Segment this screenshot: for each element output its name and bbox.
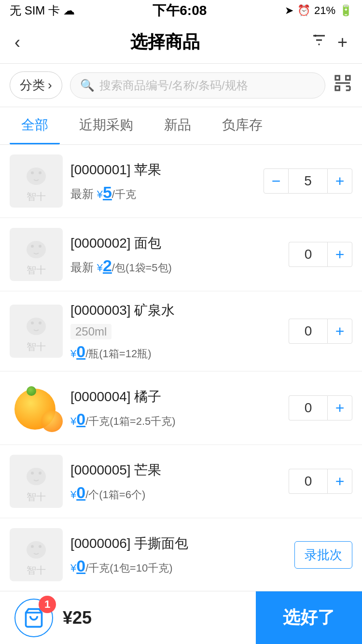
- svg-point-24: [31, 322, 34, 324]
- increase-button[interactable]: +: [327, 469, 352, 494]
- battery-icon: 🔋: [339, 4, 352, 17]
- status-time: 下午6:08: [153, 1, 207, 20]
- tab-new[interactable]: 新品: [153, 107, 203, 144]
- quantity-input[interactable]: [289, 469, 327, 494]
- search-icon: 🔍: [80, 79, 95, 92]
- product-image: [10, 381, 63, 434]
- svg-rect-5: [346, 76, 350, 80]
- placeholder-logo: 智十: [22, 533, 51, 577]
- quantity-control: − +: [264, 168, 352, 194]
- list-item: 智十 [0000005] 芒果 ¥0/个(1箱=6个) +: [0, 445, 362, 518]
- nav-right: +: [310, 31, 348, 53]
- svg-point-16: [27, 241, 46, 258]
- add-button[interactable]: +: [337, 32, 348, 53]
- confirm-button[interactable]: 选好了: [256, 591, 362, 644]
- scan-button[interactable]: [333, 73, 352, 97]
- product-price: ¥0/千克(1包=10千克): [70, 557, 287, 575]
- product-price: ¥0/个(1箱=6个): [70, 483, 281, 502]
- status-left: 无 SIM 卡 ☁: [10, 3, 75, 18]
- product-name: [0000002] 面包: [70, 234, 281, 252]
- product-price: ¥0/瓶(1箱=12瓶): [70, 342, 281, 361]
- svg-point-35: [39, 545, 42, 548]
- product-image: 智十: [10, 154, 63, 208]
- quantity-control: +: [289, 395, 352, 420]
- product-info: [0000006] 手撕面包 ¥0/千克(1包=10千克): [70, 534, 287, 575]
- increase-button[interactable]: +: [327, 395, 352, 420]
- search-placeholder: 搜索商品编号/名称/条码/规格: [99, 78, 248, 93]
- svg-point-11: [27, 168, 46, 185]
- product-image: 智十: [10, 455, 63, 508]
- alarm-icon: ⏰: [297, 4, 310, 17]
- cart-badge: 1: [39, 596, 56, 613]
- batch-button[interactable]: 录批次: [294, 541, 352, 569]
- svg-point-34: [31, 545, 34, 548]
- nav-bar: ‹ 选择商品 +: [0, 21, 362, 64]
- list-item: 智十 [0000001] 苹果 最新 ¥5/千克 − +: [0, 145, 362, 217]
- svg-point-15: [39, 171, 42, 174]
- cart-total: ¥25: [63, 608, 92, 628]
- product-name: [0000003] 矿泉水: [70, 301, 281, 320]
- svg-point-30: [39, 472, 42, 475]
- back-button[interactable]: ‹: [14, 32, 20, 53]
- quantity-input[interactable]: [289, 319, 327, 344]
- category-arrow: ›: [48, 78, 52, 93]
- product-image: 智十: [10, 228, 63, 281]
- list-item: [0000004] 橘子 ¥0/千克(1箱=2.5千克) +: [0, 372, 362, 444]
- svg-point-26: [27, 468, 46, 485]
- product-price: 最新 ¥2/包(1袋=5包): [70, 256, 281, 275]
- quantity-control: +: [289, 242, 352, 267]
- increase-button[interactable]: +: [327, 168, 352, 194]
- quantity-input[interactable]: [289, 242, 327, 267]
- nav-left: ‹: [14, 32, 20, 53]
- status-bar: 无 SIM 卡 ☁ 下午6:08 ➤ ⏰ 21% 🔋: [0, 0, 362, 21]
- cart-button[interactable]: 1: [14, 599, 53, 637]
- placeholder-logo: 智十: [22, 159, 51, 203]
- svg-point-21: [27, 318, 46, 335]
- product-name: [0000005] 芒果: [70, 461, 281, 479]
- svg-point-25: [39, 322, 42, 324]
- product-image: 智十: [10, 528, 63, 581]
- list-item: 智十 [0000002] 面包 最新 ¥2/包(1袋=5包) +: [0, 218, 362, 291]
- product-price: ¥0/千克(1箱=2.5千克): [70, 410, 281, 429]
- tab-negative[interactable]: 负库存: [210, 107, 274, 144]
- location-icon: ➤: [285, 4, 293, 17]
- increase-button[interactable]: +: [327, 319, 352, 344]
- quantity-control: +: [289, 469, 352, 494]
- product-info: [0000004] 橘子 ¥0/千克(1箱=2.5千克): [70, 388, 281, 429]
- status-right: ➤ ⏰ 21% 🔋: [285, 4, 352, 17]
- placeholder-logo: 智十: [22, 309, 51, 353]
- product-info: [0000003] 矿泉水 250ml ¥0/瓶(1箱=12瓶): [70, 301, 281, 361]
- bottom-bar: 1 ¥25 选好了: [0, 591, 362, 644]
- svg-point-14: [31, 171, 34, 174]
- quantity-input[interactable]: [289, 168, 327, 194]
- svg-point-3: [314, 35, 317, 37]
- category-button[interactable]: 分类 ›: [10, 71, 62, 99]
- product-name: [0000006] 手撕面包: [70, 534, 287, 553]
- list-item: 智十 [0000006] 手撕面包 ¥0/千克(1包=10千克) 录批次: [0, 518, 362, 591]
- product-spec: 250ml: [70, 324, 111, 339]
- product-info: [0000002] 面包 最新 ¥2/包(1袋=5包): [70, 234, 281, 275]
- product-name: [0000001] 苹果: [70, 161, 256, 179]
- page-title: 选择商品: [130, 30, 200, 54]
- increase-button[interactable]: +: [327, 242, 352, 267]
- quantity-input[interactable]: [289, 395, 327, 420]
- svg-point-31: [27, 541, 46, 559]
- product-price: 最新 ¥5/千克: [70, 183, 256, 202]
- filter-button[interactable]: [310, 31, 328, 53]
- svg-point-19: [31, 245, 34, 248]
- cart-section: 1 ¥25: [0, 599, 256, 637]
- tab-all[interactable]: 全部: [10, 107, 60, 144]
- tab-recent[interactable]: 近期采购: [68, 107, 145, 144]
- category-label: 分类: [20, 77, 45, 94]
- search-box[interactable]: 🔍 搜索商品编号/名称/条码/规格: [70, 72, 325, 98]
- svg-point-29: [31, 472, 34, 475]
- placeholder-logo: 智十: [22, 233, 51, 277]
- list-item: 智十 [0000003] 矿泉水 250ml ¥0/瓶(1箱=12瓶) +: [0, 292, 362, 371]
- quantity-control: 录批次: [294, 541, 352, 569]
- quantity-control: +: [289, 319, 352, 344]
- battery-status: 21%: [314, 4, 335, 17]
- placeholder-logo: 智十: [22, 460, 51, 504]
- product-image: 智十: [10, 305, 63, 358]
- decrease-button[interactable]: −: [264, 168, 289, 194]
- product-name: [0000004] 橘子: [70, 388, 281, 406]
